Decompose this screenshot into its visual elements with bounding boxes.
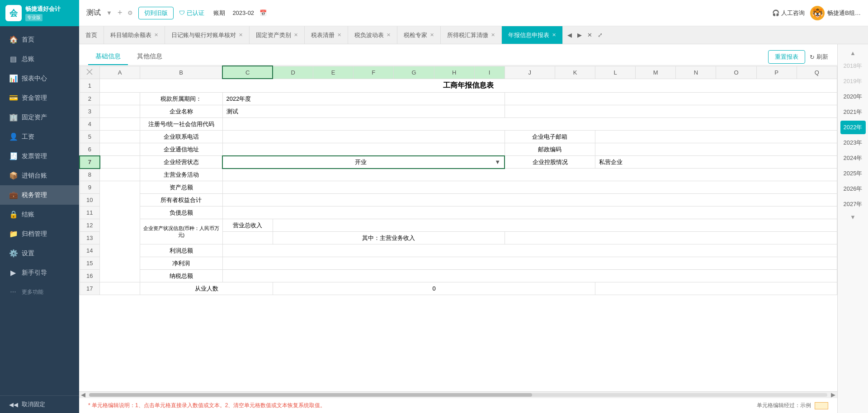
sub-tab-basic[interactable]: 基础信息 (88, 49, 128, 65)
cell-13-j[interactable] (505, 232, 837, 244)
cell-5-a[interactable] (100, 131, 140, 143)
add-button[interactable]: + (118, 8, 123, 18)
cell-7-dropdown[interactable]: 开业 ▼ (222, 156, 505, 169)
tab-aux-balance[interactable]: 科目辅助余额表 ✕ (104, 26, 165, 44)
cell-9-c[interactable] (222, 181, 837, 194)
sidebar-item-guide[interactable]: ▶ 新手引导 (0, 263, 79, 282)
tab-bank-reconcile-close[interactable]: ✕ (239, 32, 243, 38)
col-header-h[interactable]: H (434, 66, 474, 79)
cell-6-c[interactable] (222, 143, 505, 156)
cell-16-c[interactable] (222, 270, 837, 282)
year-panel-up[interactable]: ▲ (848, 48, 858, 58)
dropdown-arrow-icon[interactable]: ▼ (495, 159, 500, 165)
cell-11-b[interactable]: 负债总额 (140, 206, 222, 219)
tabs-prev-button[interactable]: ◀ (566, 31, 574, 39)
support-button[interactable]: 🎧 人工咨询 (772, 9, 805, 17)
cell-12-d[interactable] (273, 219, 837, 232)
tab-tax-fluctuation-close[interactable]: ✕ (387, 32, 391, 38)
cell-15-b[interactable]: 净利润 (140, 257, 222, 270)
tab-annual-report-close[interactable]: ✕ (552, 32, 556, 38)
cell-6-b[interactable]: 企业通信地址 (140, 143, 222, 156)
tabs-close-all-button[interactable]: ✕ (585, 31, 594, 39)
cell-4-a[interactable] (100, 118, 140, 131)
tab-tax-list-close[interactable]: ✕ (337, 32, 341, 38)
col-header-m[interactable]: M (636, 66, 676, 79)
col-header-a[interactable]: A (100, 66, 140, 79)
sidebar-footer[interactable]: ◀◀ 取消固定 (0, 395, 79, 413)
tab-annual-report[interactable]: 年报信息申报表 ✕ (502, 26, 563, 44)
year-panel-down[interactable]: ▼ (848, 212, 858, 222)
sidebar-item-purchase-sales[interactable]: 📦 进销台账 (0, 166, 79, 185)
tabs-fullscreen-button[interactable]: ⤢ (596, 31, 604, 39)
tab-tax-expert[interactable]: 税检专家 ✕ (397, 26, 441, 44)
cell-3-a[interactable] (100, 105, 140, 118)
cell-17-b[interactable]: 从业人数 (140, 282, 273, 295)
title-cell[interactable]: 工商年报信息表 (100, 79, 837, 93)
sidebar-item-invoice[interactable]: 🧾 发票管理 (0, 146, 79, 166)
col-header-o[interactable]: O (716, 66, 756, 79)
cell-3-c[interactable]: 测试 (222, 105, 505, 118)
col-header-k[interactable]: K (555, 66, 595, 79)
cell-7-b[interactable]: 企业经营状态 (140, 156, 222, 169)
tab-aux-balance-close[interactable]: ✕ (154, 32, 158, 38)
cell-11-c[interactable] (222, 206, 837, 219)
col-header-b[interactable]: B (140, 66, 222, 79)
col-header-q[interactable]: Q (797, 66, 837, 79)
cell-5-c[interactable] (222, 131, 505, 143)
cell-12-c[interactable]: 营业总收入 (222, 219, 273, 232)
tab-tax-expert-close[interactable]: ✕ (430, 32, 434, 38)
cell-2-a[interactable] (100, 93, 140, 105)
spreadsheet-wrapper[interactable]: A B C D E F G H I J K L (79, 66, 837, 391)
cell-3-j[interactable] (505, 105, 837, 118)
tab-fixed-asset-type[interactable]: 固定资产类别 ✕ (250, 26, 305, 44)
col-header-i[interactable]: I (474, 66, 505, 79)
year-item-2025[interactable]: 2025年 (840, 167, 866, 180)
cell-7-l[interactable]: 私营企业 (595, 156, 837, 169)
sidebar-item-fixed-assets[interactable]: 🏢 固定资产 (0, 108, 79, 127)
cell-2-b[interactable]: 税款所属期间： (140, 93, 222, 105)
cell-5-l[interactable] (595, 131, 837, 143)
cell-17-a[interactable] (100, 282, 140, 295)
cell-6-a[interactable] (100, 143, 140, 156)
tab-income-tax[interactable]: 所得税汇算清缴 ✕ (441, 26, 502, 44)
year-item-2021[interactable]: 2021年 (840, 105, 866, 119)
cell-7-a[interactable] (100, 156, 140, 169)
refresh-button[interactable]: ↻ 刷新 (810, 50, 828, 64)
cell-4-c[interactable] (222, 118, 837, 131)
col-header-f[interactable]: F (354, 66, 394, 79)
year-item-2018[interactable]: 2018年 (840, 59, 866, 73)
year-item-2027[interactable]: 2027年 (840, 197, 866, 211)
tab-tax-fluctuation[interactable]: 税负波动表 ✕ (348, 26, 397, 44)
cell-13-d[interactable]: 其中：主营业务收入 (273, 232, 505, 244)
user-menu[interactable]: 🐯 畅捷通B组… (810, 6, 861, 20)
tab-bank-reconcile[interactable]: 日记账与银行对账单核对 ✕ (165, 26, 250, 44)
year-item-2020[interactable]: 2020年 (840, 90, 866, 103)
tab-fixed-asset-type-close[interactable]: ✕ (294, 32, 298, 38)
col-header-j[interactable]: J (505, 66, 555, 79)
settings-button[interactable]: ⚙ (127, 9, 133, 16)
scroll-thumb[interactable] (89, 393, 532, 397)
cell-4-b[interactable]: 注册号/统一社会信用代码 (140, 118, 222, 131)
tab-home[interactable]: 首页 (79, 26, 104, 44)
scroll-left-icon[interactable]: ◀ (79, 391, 87, 398)
cell-5-b[interactable]: 企业联系电话 (140, 131, 222, 143)
cell-7-j[interactable]: 企业控股情况 (505, 156, 595, 169)
col-header-e[interactable]: E (313, 66, 354, 79)
year-item-2019[interactable]: 2019年 (840, 75, 866, 88)
col-header-d[interactable]: D (273, 66, 313, 79)
horizontal-scrollbar[interactable]: ◀ ▶ (79, 391, 837, 398)
cell-8-c[interactable] (222, 169, 837, 181)
cell-10-c[interactable] (222, 194, 837, 206)
col-header-c[interactable]: C (222, 66, 273, 79)
sidebar-item-funds[interactable]: 💳 资金管理 (0, 88, 79, 108)
cell-6-j[interactable]: 邮政编码 (505, 143, 595, 156)
scroll-track[interactable] (89, 393, 827, 397)
tab-tax-list[interactable]: 税表清册 ✕ (305, 26, 348, 44)
cell-16-b[interactable]: 纳税总额 (140, 270, 222, 282)
cell-17-l[interactable] (595, 282, 837, 295)
cell-2-c[interactable]: 2022年度 (222, 93, 505, 105)
cell-6-l[interactable] (595, 143, 837, 156)
sidebar-item-payroll[interactable]: 👤 工资 (0, 127, 79, 146)
col-header-n[interactable]: N (676, 66, 716, 79)
year-item-2023[interactable]: 2023年 (840, 136, 866, 150)
